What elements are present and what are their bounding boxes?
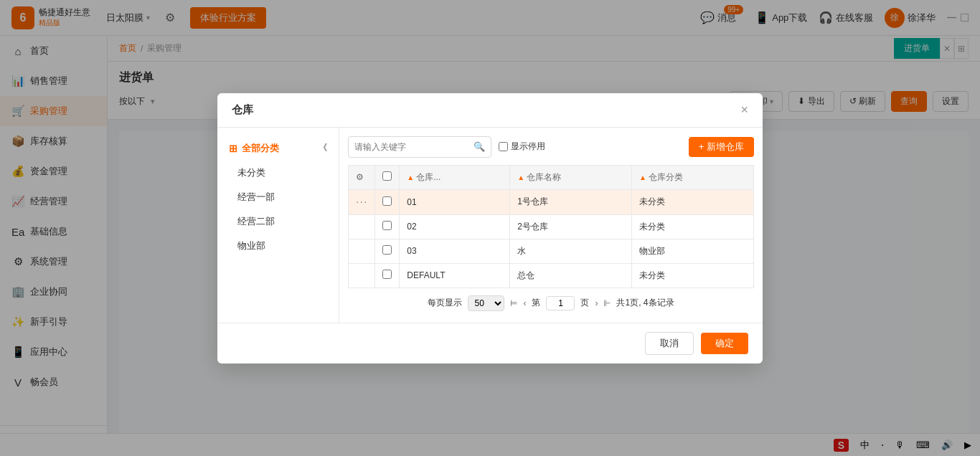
modal-title: 仓库: [232, 103, 253, 117]
page-input[interactable]: [546, 296, 575, 310]
row-checkbox-cell: [375, 239, 400, 263]
table-header: ⚙ ▲仓库... ▲仓库名称 ▲仓库分类: [349, 165, 754, 189]
ok-button[interactable]: 确定: [701, 333, 748, 354]
row-gear: [349, 239, 375, 263]
row-category: 未分类: [632, 263, 754, 288]
warehouse-table: ⚙ ▲仓库... ▲仓库名称 ▲仓库分类: [348, 165, 754, 288]
row-ellipsis[interactable]: ···: [356, 196, 367, 208]
search-input-wrap: 🔍: [348, 136, 491, 158]
grid-icon: ⊞: [229, 143, 237, 154]
row-checkbox[interactable]: [382, 196, 392, 206]
search-bar: 🔍 显示停用 + 新增仓库: [348, 136, 754, 158]
row-name: 1号仓库: [510, 189, 632, 214]
category-item-1[interactable]: 经营一部: [217, 185, 339, 209]
per-page-label: 每页显示: [428, 297, 462, 309]
select-all-checkbox[interactable]: [382, 171, 392, 181]
row-name: 水: [510, 239, 632, 263]
page-last-icon[interactable]: ⊩: [603, 298, 611, 308]
page-prev-icon[interactable]: ‹: [523, 298, 526, 308]
row-code: 01: [400, 189, 510, 214]
table-row[interactable]: DEFAULT 总仓 未分类: [349, 263, 754, 288]
pagination: 每页显示 50 100 200 ⊨ ‹ 第 页 › ⊩ 共1页, 4条记录: [348, 288, 754, 314]
category-item-2[interactable]: 经营二部: [217, 209, 339, 234]
row-checkbox[interactable]: [382, 221, 392, 230]
row-gear: [349, 214, 375, 239]
col-code: ▲仓库...: [400, 165, 510, 189]
col-name-label: 仓库名称: [527, 171, 561, 184]
cancel-button[interactable]: 取消: [645, 332, 694, 355]
row-code: 03: [400, 239, 510, 263]
row-checkbox[interactable]: [382, 270, 392, 279]
row-code: DEFAULT: [400, 263, 510, 288]
all-categories-label: 全部分类: [242, 142, 279, 155]
category-item-0[interactable]: 未分类: [217, 161, 339, 185]
close-icon[interactable]: ×: [740, 103, 748, 116]
row-name: 2号仓库: [510, 214, 632, 239]
search-input[interactable]: [354, 142, 473, 152]
col-code-label: 仓库...: [416, 171, 440, 184]
row-name: 总仓: [510, 263, 632, 288]
show-disabled-label: 显示停用: [499, 141, 545, 153]
modal-body: ⊞ 全部分类 《 未分类经营一部经营二部物业部 🔍 显示停用: [217, 128, 763, 323]
modal-overlay: 仓库 × ⊞ 全部分类 《 未分类经营一部经营二部物业部 🔍: [0, 0, 980, 456]
row-category: 物业部: [632, 239, 754, 263]
table-row[interactable]: ··· 01 1号仓库 未分类: [349, 189, 754, 214]
page-next-icon[interactable]: ›: [595, 298, 598, 308]
row-gear: ···: [349, 189, 375, 214]
content-panel: 🔍 显示停用 + 新增仓库 ⚙: [339, 128, 763, 323]
table: ⚙ ▲仓库... ▲仓库名称 ▲仓库分类: [348, 165, 754, 288]
row-gear: [349, 263, 375, 288]
table-row[interactable]: 03 水 物业部: [349, 239, 754, 263]
col-category-label: 仓库分类: [649, 171, 683, 184]
row-category: 未分类: [632, 189, 754, 214]
all-categories[interactable]: ⊞ 全部分类 《: [217, 136, 339, 161]
per-page-select[interactable]: 50 100 200: [468, 295, 504, 311]
modal-footer: 取消 确定: [217, 323, 763, 364]
row-checkbox-cell: [375, 189, 400, 214]
modal-header: 仓库 ×: [217, 93, 763, 128]
page-first-icon[interactable]: ⊨: [510, 298, 517, 308]
row-checkbox[interactable]: [382, 245, 392, 255]
show-disabled-checkbox[interactable]: [499, 142, 508, 151]
category-item-3[interactable]: 物业部: [217, 234, 339, 258]
col-category: ▲仓库分类: [632, 165, 754, 189]
col-gear: ⚙: [349, 165, 375, 189]
col-name: ▲仓库名称: [510, 165, 632, 189]
row-code: 02: [400, 214, 510, 239]
gear-header-icon: ⚙: [356, 172, 364, 182]
category-panel: ⊞ 全部分类 《 未分类经营一部经营二部物业部: [217, 128, 339, 323]
row-checkbox-cell: [375, 263, 400, 288]
sort-icon3: ▲: [639, 174, 646, 181]
col-checkbox: [375, 165, 400, 189]
add-warehouse-button[interactable]: + 新增仓库: [689, 137, 754, 157]
table-row[interactable]: 02 2号仓库 未分类: [349, 214, 754, 239]
warehouse-modal: 仓库 × ⊞ 全部分类 《 未分类经营一部经营二部物业部 🔍: [217, 93, 763, 364]
show-disabled-text: 显示停用: [511, 141, 545, 153]
total-records: 共1页, 4条记录: [616, 297, 674, 309]
sort-icon2: ▲: [517, 174, 524, 181]
search-icon[interactable]: 🔍: [473, 141, 485, 152]
collapse-icon[interactable]: 《: [319, 142, 327, 154]
sort-icon: ▲: [407, 174, 414, 181]
row-category: 未分类: [632, 214, 754, 239]
row-checkbox-cell: [375, 214, 400, 239]
page-suffix: 页: [580, 297, 589, 309]
page-label: 第: [532, 297, 540, 309]
